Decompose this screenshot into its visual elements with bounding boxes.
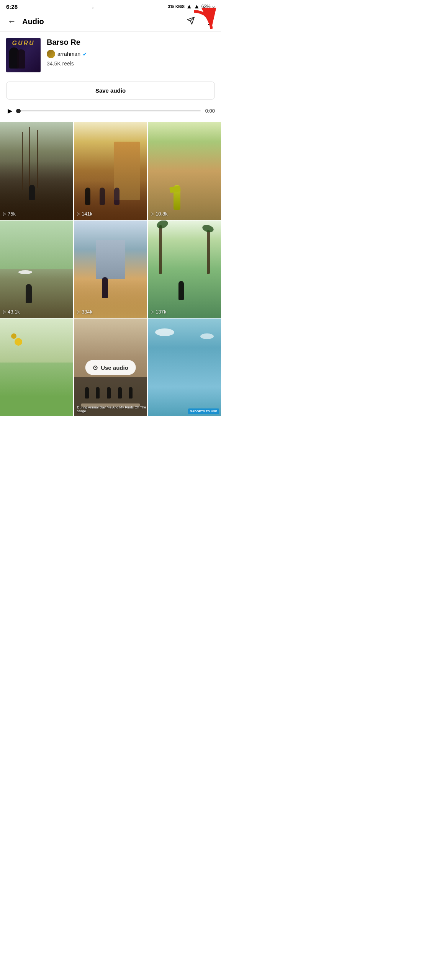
watermark: GADGETS TO USE: [188, 408, 219, 414]
artist-row: arrahman ✔: [47, 50, 215, 58]
view-count-3: 10.8k: [156, 211, 168, 217]
camera-icon: ⊙: [93, 364, 98, 371]
progress-dot: [16, 109, 21, 113]
play-icon: ▷: [3, 309, 6, 314]
wifi-icon: ▲: [186, 3, 192, 10]
play-icon: ▷: [3, 211, 6, 216]
play-icon: ▷: [77, 211, 80, 216]
reels-count: 34.5K reels: [47, 60, 215, 67]
download-indicator: ↓: [91, 3, 94, 10]
time-display: 0:00: [205, 108, 215, 114]
video-overlay-3: ▷ 10.8k: [151, 211, 168, 217]
audio-details: Barso Re arrahman ✔ 34.5K reels: [47, 38, 215, 67]
view-count-1: 75k: [8, 211, 16, 217]
video-grid: ▷ 75k ▷ 141k ▷ 10.8k: [0, 122, 221, 416]
artist-avatar: [47, 50, 55, 58]
back-button[interactable]: ←: [6, 15, 18, 28]
play-icon: ▷: [77, 309, 80, 314]
audio-info-section: GURU Barso Re arrahman ✔ 34.5K reels: [0, 32, 221, 78]
video-overlay-4: ▷ 43.1k: [3, 309, 20, 315]
audio-player: ▶ 0:00: [0, 104, 221, 122]
network-speed: 315 KB/S: [168, 5, 185, 9]
video-overlay-5: ▷ 334k: [77, 309, 92, 315]
view-count-5: 334k: [82, 309, 92, 315]
top-nav: ← Audio ⋮: [0, 11, 221, 32]
video-overlay-6: ▷ 137k: [151, 309, 166, 315]
status-right: 315 KB/S ▲ ▲ 63% ○: [168, 3, 215, 10]
nav-actions: ⋮: [185, 15, 215, 28]
use-audio-button[interactable]: ⊙ Use audio: [85, 360, 136, 375]
album-text: GURU: [12, 40, 34, 46]
status-time: 6:28: [6, 3, 18, 10]
status-bar: 6:28 ↓ 315 KB/S ▲ ▲ 63% ○: [0, 0, 221, 11]
audio-title: Barso Re: [47, 38, 215, 47]
view-count-6: 137k: [156, 309, 166, 315]
progress-bar[interactable]: [18, 110, 201, 111]
video-overlay-2: ▷ 141k: [77, 211, 92, 217]
send-button[interactable]: [185, 15, 196, 28]
more-button[interactable]: ⋮: [203, 15, 215, 28]
video-cell-7[interactable]: [0, 318, 73, 416]
verified-badge: ✔: [83, 51, 87, 57]
video-cell-5[interactable]: ▷ 334k: [74, 220, 147, 318]
signal-icon: ▲: [194, 3, 200, 10]
video-overlay-1: ▷ 75k: [3, 211, 16, 217]
send-icon: [187, 16, 195, 25]
view-count-2: 141k: [82, 211, 92, 217]
video-cell-3[interactable]: ▷ 10.8k: [148, 122, 221, 220]
page-title: Audio: [22, 17, 185, 26]
play-button[interactable]: ▶: [6, 106, 14, 116]
audio-thumbnail: GURU: [6, 38, 41, 72]
play-icon: ▷: [151, 211, 154, 216]
video-caption-8: During Annual Day Me And My Frnds Off Th…: [77, 405, 147, 413]
view-count-4: 43.1k: [8, 309, 20, 315]
battery-icon: ○: [212, 4, 215, 9]
video-cell-9[interactable]: GADGETS TO USE: [148, 318, 221, 416]
video-cell-4[interactable]: ▷ 43.1k: [0, 220, 73, 318]
video-cell-1[interactable]: ▷ 75k: [0, 122, 73, 220]
save-audio-button[interactable]: Save audio: [6, 82, 215, 100]
artist-name[interactable]: arrahman: [57, 51, 80, 57]
video-cell-8[interactable]: ⊙ Use audio During Annual Day Me And My …: [74, 318, 147, 416]
video-cell-2[interactable]: ▷ 141k: [74, 122, 147, 220]
play-icon: ▷: [151, 309, 154, 314]
battery-level: 63%: [201, 4, 211, 9]
video-cell-6[interactable]: ▷ 137k: [148, 220, 221, 318]
